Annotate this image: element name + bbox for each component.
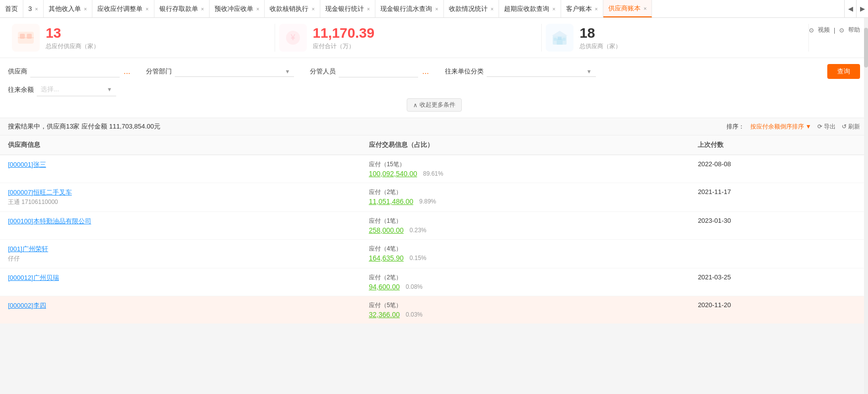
nav-tab-supplier-book[interactable]: 供应商账本 ×	[603, 0, 652, 17]
nav-prev-arrow[interactable]: ◀	[844, 0, 856, 18]
person-dots-btn[interactable]: ...	[422, 67, 429, 76]
nav-tab-cash-stat[interactable]: 现金银行统计 ×	[320, 0, 375, 17]
supplier-filter-input[interactable]	[30, 66, 120, 77]
table-row: [000012]广州贝瑞应付（2笔）94,600.000.08%2021-03-…	[0, 268, 868, 296]
supplier-link[interactable]: [001]广州荣轩	[8, 245, 48, 253]
video-link[interactable]: 视频	[818, 26, 830, 34]
last-pay-cell: 2023-01-30	[690, 212, 868, 240]
supplier-link[interactable]: [000007]恒旺二手叉车	[8, 189, 72, 196]
close-tab-overdue[interactable]: ×	[552, 6, 555, 12]
nav-tab-bank[interactable]: 银行存取款单 ×	[154, 0, 210, 17]
transaction-cell: 应付（5笔）32,366.000.03%	[361, 296, 690, 324]
nav-tab-3[interactable]: 3 ×	[23, 0, 44, 17]
tx-percent: 0.03%	[406, 311, 423, 318]
filter-row-1: 供应商 ... 分管部门 ▼ 分管人员 ... 往来单位分类 ▼ 查询	[8, 64, 860, 79]
close-tab-3[interactable]: ×	[35, 6, 38, 12]
supplier-info-cell: [000100]本特勤油品有限公司	[0, 212, 361, 240]
nav-tab-pre-collect-label: 预收冲应收单	[215, 4, 253, 13]
balance-dropdown-arrow: ▼	[107, 86, 112, 92]
stat-value-amount: 11,170.39	[313, 25, 375, 42]
collapse-button[interactable]: ∧ 收起更多条件	[407, 98, 462, 112]
refresh-icon: ↺	[842, 123, 847, 130]
close-tab-cash-flow[interactable]: ×	[435, 6, 438, 12]
tx-percent: 0.23%	[410, 227, 427, 234]
nav-arrows: ◀ ▶	[844, 0, 868, 18]
nav-tab-verify[interactable]: 收款核销执行 ×	[265, 0, 320, 17]
tx-percent: 0.08%	[406, 283, 423, 290]
dept-select[interactable]: ▼	[175, 66, 294, 77]
tx-percent: 89.61%	[423, 170, 443, 177]
stat-info-amount: 11,170.39 应付合计（万）	[313, 25, 375, 51]
balance-select[interactable]: 选择... ▼	[37, 83, 116, 96]
stat-label-amount: 应付合计（万）	[313, 42, 375, 51]
supplier-table: 供应商信息 应付交易信息（占比） 上次付数 [000001]张三应付（15笔）1…	[0, 135, 868, 324]
scrollbar[interactable]	[864, 18, 868, 324]
nav-tab-pre-collect[interactable]: 预收冲应收单 ×	[210, 0, 265, 17]
refresh-button[interactable]: ↺ 刷新	[842, 123, 860, 131]
refresh-label: 刷新	[848, 123, 860, 131]
supplier-contact: 仔仔	[8, 255, 353, 263]
category-select[interactable]: ▼	[487, 66, 596, 77]
supplier-icon	[12, 24, 40, 52]
supplier-dots-btn[interactable]: ...	[124, 67, 130, 76]
nav-next-arrow[interactable]: ▶	[856, 0, 868, 18]
nav-tab-cash-flow[interactable]: 现金银行流水查询 ×	[375, 0, 443, 17]
nav-tab-overdue[interactable]: 超期应收款查询 ×	[499, 0, 561, 17]
svg-text:¥: ¥	[290, 33, 295, 42]
stat-label-total: 总供应商（家）	[579, 42, 621, 51]
transaction-cell: 应付（15笔）100,092,540.0089.61%	[361, 155, 690, 183]
nav-tab-overdue-label: 超期应收款查询	[504, 4, 549, 13]
close-tab-bank[interactable]: ×	[201, 6, 204, 12]
tx-amount[interactable]: 11,051,486.00	[369, 197, 414, 205]
category-filter-label: 往来单位分类	[445, 67, 484, 76]
close-tab-cash-stat[interactable]: ×	[367, 6, 370, 12]
sort-select[interactable]: 按应付余额倒序排序 ▼	[750, 123, 811, 131]
tx-percent: 9.89%	[419, 198, 436, 205]
person-filter-input[interactable]	[339, 66, 418, 77]
help-link[interactable]: 帮助	[848, 26, 860, 34]
supplier-link[interactable]: [000100]本特勤油品有限公司	[8, 217, 91, 225]
query-button[interactable]: 查询	[827, 64, 860, 79]
close-tab-other-income[interactable]: ×	[84, 6, 87, 12]
close-tab-adjust[interactable]: ×	[145, 6, 148, 12]
table-row: [000001]张三应付（15笔）100,092,540.0089.61%202…	[0, 155, 868, 183]
balance-select-value: 选择...	[41, 85, 59, 94]
category-dropdown-arrow: ▼	[586, 68, 592, 74]
nav-tab-adjust[interactable]: 应收应付调整单 ×	[92, 0, 154, 17]
last-pay-cell: 2021-03-25	[690, 268, 868, 296]
nav-tab-customer-book[interactable]: 客户账本 ×	[561, 0, 603, 17]
stat-card-suppliers: 13 总应付供应商（家）	[8, 24, 275, 52]
svg-rect-9	[558, 37, 562, 40]
export-button[interactable]: ⟳ 导出	[817, 123, 836, 131]
tx-amount[interactable]: 100,092,540.00	[369, 170, 417, 178]
close-tab-collection-stat[interactable]: ×	[491, 6, 494, 12]
nav-tab-other-income[interactable]: 其他收入单 ×	[44, 0, 92, 17]
nav-tab-home[interactable]: 首页	[0, 0, 23, 17]
nav-tab-3-label: 3	[28, 5, 32, 12]
collapse-up-icon: ∧	[413, 102, 418, 109]
supplier-link[interactable]: [000002]李四	[8, 302, 46, 309]
close-tab-customer-book[interactable]: ×	[595, 6, 598, 12]
nav-tab-adjust-label: 应收应付调整单	[97, 4, 143, 13]
nav-tab-cash-flow-label: 现金银行流水查询	[380, 4, 432, 13]
stat-card-total: 18 总供应商（家）	[542, 24, 809, 52]
supplier-info-cell: [000001]张三	[0, 155, 361, 183]
tx-amount[interactable]: 258,000.00	[369, 226, 404, 234]
table-row: [000100]本特勤油品有限公司应付（1笔）258,000.000.23%20…	[0, 212, 868, 240]
supplier-link[interactable]: [000001]张三	[8, 161, 46, 168]
right-tools: 排序： 按应付余额倒序排序 ▼ ⟳ 导出 ↺ 刷新	[726, 123, 860, 131]
scrollbar-thumb[interactable]	[864, 28, 868, 67]
nav-tab-collection-stat[interactable]: 收款情况统计 ×	[444, 0, 499, 17]
close-tab-verify[interactable]: ×	[311, 6, 314, 12]
tx-amount[interactable]: 32,366.00	[369, 311, 400, 319]
tx-amount[interactable]: 94,600.00	[369, 283, 400, 291]
tx-label: 应付（1笔）	[369, 217, 682, 225]
close-tab-pre-collect[interactable]: ×	[256, 6, 259, 12]
balance-filter-label: 往来余额	[8, 85, 34, 94]
sort-label: 排序：	[726, 123, 744, 131]
top-nav: 首页 3 × 其他收入单 × 应收应付调整单 × 银行存取款单 × 预收冲应收单…	[0, 0, 868, 18]
supplier-link[interactable]: [000012]广州贝瑞	[8, 274, 59, 281]
close-tab-supplier-book[interactable]: ×	[644, 5, 647, 11]
tx-amount[interactable]: 164,635.90	[369, 254, 404, 262]
result-bar: 搜索结果中，供应商13家 应付金额 111,703,854.00元 排序： 按应…	[0, 118, 868, 135]
